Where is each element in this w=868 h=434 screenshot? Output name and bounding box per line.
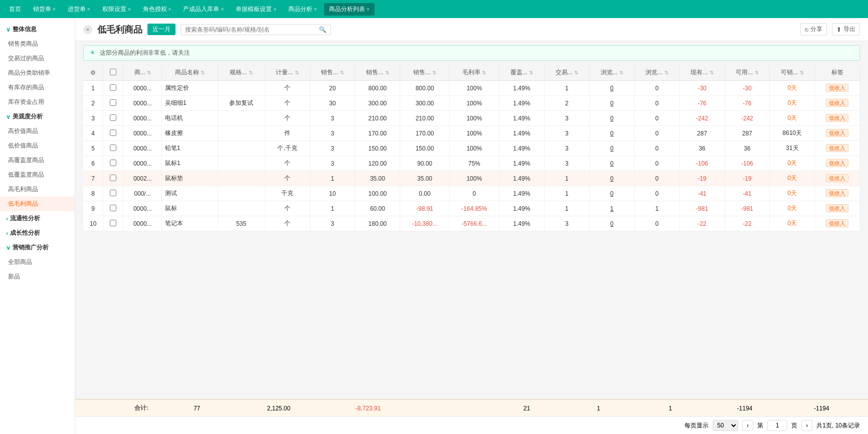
row-select-checkbox[interactable] <box>110 190 116 196</box>
browse-link[interactable]: 0 <box>610 85 614 92</box>
browse-link[interactable]: 0 <box>610 130 614 137</box>
row-select-checkbox[interactable] <box>110 205 116 211</box>
col-available-stock[interactable]: 可用... ⇅ <box>725 65 770 81</box>
sidebar-item-low-coverage[interactable]: 低覆盖度商品 <box>0 168 75 182</box>
nav-role-auth[interactable]: 角色授权 × <box>138 3 177 16</box>
table-container[interactable]: ⚙ 商... ⇅ 商品名称 ⇅ 规格... ⇅ 计量... ⇅ 销售... ⇅ … <box>75 65 868 399</box>
col-current-stock[interactable]: 现有... ⇅ <box>679 65 725 81</box>
col-spec[interactable]: 规格... ⇅ <box>218 65 265 81</box>
row-sales-qty: 3 <box>310 156 355 171</box>
row-browse2: 0 <box>634 216 679 231</box>
col-checkbox[interactable] <box>103 65 123 81</box>
sidebar-item-high-margin[interactable]: 高毛利商品 <box>0 182 75 197</box>
col-coverage[interactable]: 覆盖... ⇅ <box>499 65 544 81</box>
sidebar-collapse-button[interactable]: « <box>83 25 92 34</box>
row-spec <box>218 186 265 201</box>
date-filter-button[interactable]: 近一月 <box>147 24 176 35</box>
col-sales-profit[interactable]: 销售... ⇅ <box>400 65 449 81</box>
row-checkbox[interactable] <box>103 126 123 141</box>
sort-arrows-icon: ⇅ <box>147 70 151 75</box>
browse-link[interactable]: 0 <box>610 190 614 197</box>
search-icon[interactable]: 🔍 <box>319 26 326 33</box>
sidebar-group-overall[interactable]: ∨ 整体信息 <box>0 22 75 37</box>
sidebar-item-high-coverage[interactable]: 高覆盖度商品 <box>0 153 75 168</box>
nav-close-icon[interactable]: × <box>53 7 56 12</box>
sidebar-item-stock-capital[interactable]: 库存资金占用 <box>0 95 75 109</box>
row-select-checkbox[interactable] <box>110 129 116 136</box>
row-checkbox[interactable] <box>103 156 123 171</box>
nav-product-inbound[interactable]: 产成品入库单 × <box>178 3 229 16</box>
sidebar-item-low-value[interactable]: 低价值商品 <box>0 138 75 153</box>
row-checkbox[interactable] <box>103 141 123 156</box>
sidebar-item-category-sales-rate[interactable]: 商品分类助销率 <box>0 66 75 80</box>
col-settings[interactable]: ⚙ <box>83 65 103 81</box>
row-select-checkbox[interactable] <box>110 175 116 181</box>
col-sales-amount[interactable]: 销售... ⇅ <box>355 65 400 81</box>
sidebar-item-sales-products[interactable]: 销售类商品 <box>0 37 75 51</box>
nav-close-icon[interactable]: × <box>168 7 171 12</box>
sidebar-item-all-products[interactable]: 全部商品 <box>0 255 75 269</box>
col-code[interactable]: 商... ⇅ <box>123 65 162 81</box>
nav-product-analysis-list[interactable]: 商品分析列表 × <box>324 3 375 16</box>
browse-link[interactable]: 0 <box>610 145 614 152</box>
nav-home[interactable]: 首页 <box>4 3 26 16</box>
nav-close-icon[interactable]: × <box>273 7 276 12</box>
row-select-checkbox[interactable] <box>110 220 116 226</box>
row-checkbox[interactable] <box>103 81 123 96</box>
col-trade-count[interactable]: 交易... ⇅ <box>544 65 589 81</box>
nav-close-icon[interactable]: × <box>221 7 224 12</box>
sidebar-item-new-products[interactable]: 新品 <box>0 269 75 284</box>
next-page-button[interactable]: › <box>801 420 812 431</box>
sidebar-group-marketing[interactable]: ∨ 营销推广分析 <box>0 240 75 255</box>
row-select-checkbox[interactable] <box>110 114 116 121</box>
row-checkbox[interactable] <box>103 96 123 111</box>
row-select-checkbox[interactable] <box>110 84 116 91</box>
col-browse1[interactable]: 浏览... ⇅ <box>589 65 634 81</box>
nav-sales-order[interactable]: 销货单 × <box>28 3 61 16</box>
col-name[interactable]: 商品名称 ⇅ <box>162 65 218 81</box>
sidebar-item-traded-products[interactable]: 交易过的商品 <box>0 51 75 66</box>
page-input[interactable] <box>767 420 787 431</box>
prev-page-button[interactable]: ‹ <box>742 420 753 431</box>
row-available-stock: 36 <box>725 141 770 156</box>
browse-link[interactable]: 0 <box>610 175 614 182</box>
sidebar-group-appeal[interactable]: ∨ 美观度分析 <box>0 109 75 124</box>
sidebar-item-low-margin[interactable]: 低毛利商品 <box>0 197 75 211</box>
sidebar-group-growth[interactable]: › 成长性分析 <box>0 226 75 240</box>
row-checkbox[interactable] <box>103 216 123 231</box>
nav-close-icon[interactable]: × <box>87 7 90 12</box>
select-all-checkbox[interactable] <box>110 69 116 75</box>
nav-purchase-order[interactable]: 进货单 × <box>63 3 95 16</box>
nav-close-icon[interactable]: × <box>367 7 370 12</box>
row-select-checkbox[interactable] <box>110 99 116 106</box>
nav-close-icon[interactable]: × <box>314 7 317 12</box>
share-button[interactable]: ⎋ 分享 <box>800 23 827 36</box>
nav-permission-settings[interactable]: 权限设置 × <box>97 3 136 16</box>
row-select-checkbox[interactable] <box>110 144 116 151</box>
browse-link[interactable]: 0 <box>610 100 614 107</box>
row-checkbox[interactable] <box>103 171 123 186</box>
sidebar-item-in-stock-products[interactable]: 有库存的商品 <box>0 80 75 95</box>
browse-link[interactable]: 1 <box>610 205 614 212</box>
row-checkbox[interactable] <box>103 186 123 201</box>
row-select-checkbox[interactable] <box>110 160 116 166</box>
col-sellable-days[interactable]: 可销... ⇅ <box>770 65 815 81</box>
export-button[interactable]: ⬆ 导出 <box>832 23 860 36</box>
sidebar-group-liquidity[interactable]: › 流通性分析 <box>0 211 75 226</box>
row-available-stock: -19 <box>725 171 770 186</box>
nav-close-icon[interactable]: × <box>128 7 131 12</box>
browse-link[interactable]: 0 <box>610 220 614 227</box>
nav-product-analysis[interactable]: 商品分析 × <box>283 3 322 16</box>
browse-link[interactable]: 0 <box>610 160 614 167</box>
nav-template-settings[interactable]: 单据模板设置 × <box>231 3 281 16</box>
row-checkbox[interactable] <box>103 111 123 126</box>
sidebar-item-high-value[interactable]: 高价值商品 <box>0 124 75 138</box>
row-checkbox[interactable] <box>103 201 123 216</box>
search-input[interactable] <box>185 26 319 33</box>
col-margin-rate[interactable]: 毛利率 ⇅ <box>449 65 499 81</box>
browse-link[interactable]: 0 <box>610 115 614 122</box>
col-sales-qty[interactable]: 销售... ⇅ <box>310 65 355 81</box>
col-browse2[interactable]: 浏览... ⇅ <box>634 65 679 81</box>
per-page-select[interactable]: 50 100 200 <box>713 420 738 431</box>
col-unit[interactable]: 计量... ⇅ <box>265 65 310 81</box>
